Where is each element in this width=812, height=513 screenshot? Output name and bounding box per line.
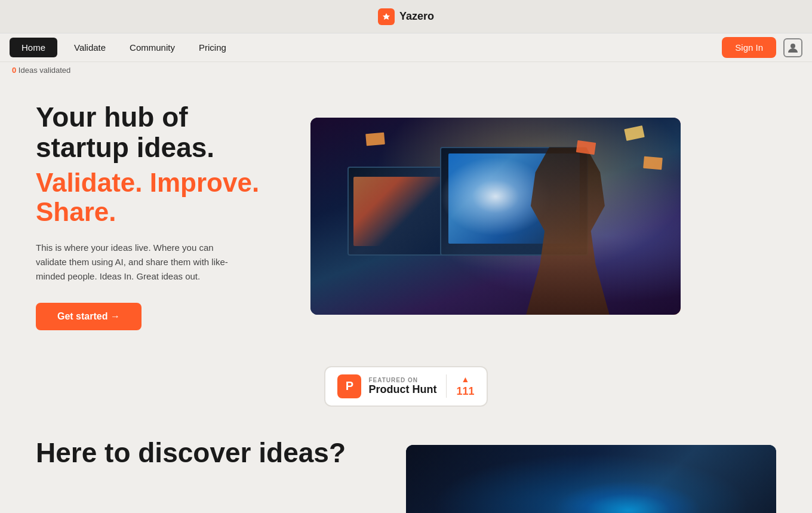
discover-glow [554,481,702,513]
product-hunt-name: Product Hunt [368,383,436,396]
product-hunt-logo: P [337,374,361,398]
ideas-count: 0 [12,66,16,75]
nav-validate-button[interactable]: Validate [62,38,118,57]
sticky-note-1 [365,133,385,146]
get-started-button[interactable]: Get started → [36,303,142,330]
hero-image-inner [310,118,681,315]
nav-community-button[interactable]: Community [118,38,187,57]
nav-pricing-button[interactable]: Pricing [187,38,238,57]
logo-area: Yazero [378,8,434,25]
hero-subtitle: Validate. Improve. Share. [36,168,287,226]
hero-right [310,118,681,315]
svg-point-0 [791,44,795,48]
discover-image [406,445,776,513]
product-hunt-badge[interactable]: P FEATURED ON Product Hunt ▲ 111 [324,366,487,407]
logo-icon [378,8,395,25]
main-nav: Home Validate Community Pricing Sign In [0,33,812,62]
top-bar: Yazero [0,0,812,33]
sticky-note-4 [643,156,663,170]
stats-bar: 0 Ideas validated [0,62,812,78]
sticky-note-2 [576,140,596,155]
product-hunt-vote: ▲ 111 [446,374,474,398]
badge-area: P FEATURED ON Product Hunt ▲ 111 [0,354,812,425]
product-hunt-text: FEATURED ON Product Hunt [368,377,436,396]
hero-title: Your hub of startup ideas. [36,102,287,162]
ideas-label: Ideas validated [19,66,70,75]
vote-arrow-icon: ▲ [462,374,470,384]
monitor-left [347,167,451,256]
discover-section: Here to discover ideas? [0,425,812,493]
logo-text: Yazero [399,10,434,23]
featured-on-label: FEATURED ON [368,377,436,383]
sticky-note-3 [624,125,644,141]
hero-section: Your hub of startup ideas. Validate. Imp… [0,78,812,354]
discover-image-inner [406,445,776,513]
hero-image [310,118,681,315]
hero-left: Your hub of startup ideas. Validate. Imp… [36,102,287,330]
user-icon[interactable] [783,38,802,57]
hero-description: This is where your ideas live. Where you… [36,241,239,284]
sign-in-button[interactable]: Sign In [722,37,776,58]
vote-count: 111 [456,385,474,398]
nav-home-button[interactable]: Home [10,38,57,57]
